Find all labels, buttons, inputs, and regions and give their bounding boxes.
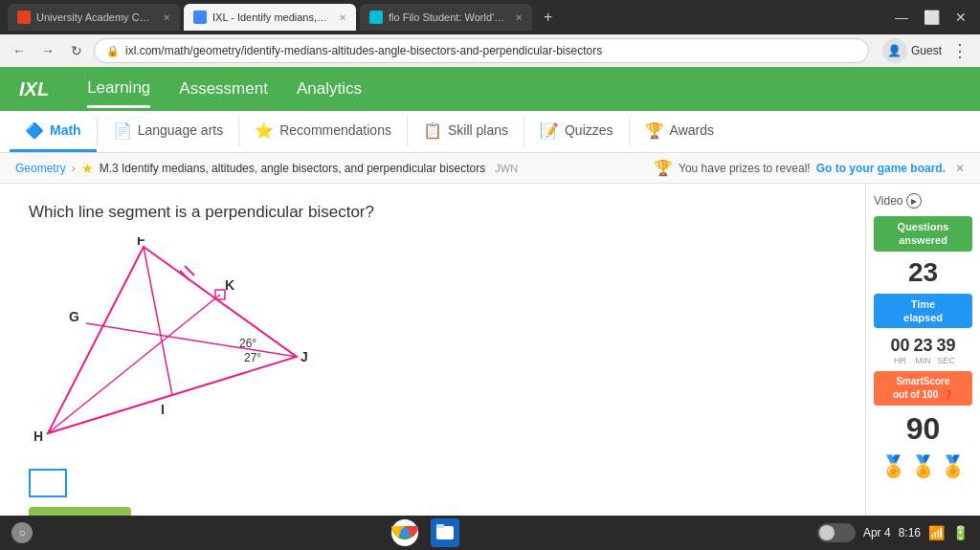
breadcrumb-geometry[interactable]: Geometry (15, 162, 66, 175)
hours-value: 00 (890, 336, 909, 356)
svg-rect-4 (436, 526, 454, 539)
tab-filo[interactable]: flo Filo Student: World's Only Live l...… (360, 4, 532, 31)
vertex-i-label: I (161, 402, 165, 417)
tab-close-ixl[interactable]: ✕ (339, 12, 346, 23)
math-icon: 🔷 (25, 121, 44, 140)
lock-icon: 🔒 (106, 45, 120, 57)
question-text: Which line segment is a perpendicular bi… (29, 203, 836, 222)
smart-score-number: 90 (906, 411, 941, 447)
question-area: Which line segment is a perpendicular bi… (0, 184, 865, 550)
account-icon[interactable]: 👤 (882, 38, 907, 63)
ixl-logo: IXL (19, 78, 49, 100)
language-arts-icon: 📄 (113, 121, 132, 140)
sec-label: SEC (937, 356, 956, 365)
smart-score-box: SmartScore out of 100 ❓ (874, 371, 972, 406)
line-f-center (144, 247, 172, 395)
forward-button[interactable]: → (36, 39, 59, 62)
skill-plans-icon: 📋 (423, 121, 442, 140)
files-app-icon[interactable] (431, 518, 459, 547)
tab-label-filo: flo Filo Student: World's Only Live l... (389, 11, 505, 23)
quizzes-icon: 📝 (540, 121, 559, 140)
tab-favicon-filo (369, 11, 383, 24)
subnav-awards-label: Awards (670, 122, 714, 138)
tab-favicon-ixl (193, 11, 207, 24)
answer-input-box[interactable] (29, 469, 67, 497)
battery-icon: 🔋 (952, 525, 969, 540)
questions-count: 23 (908, 257, 938, 288)
tab-university[interactable]: University Academy Charter Sch... ✕ (8, 4, 180, 31)
subnav-quizzes[interactable]: 📝 Quizzes (524, 112, 629, 152)
minutes-value: 23 (913, 336, 932, 356)
subnav-math-label: Math (50, 122, 81, 138)
toggle-switch[interactable] (817, 523, 856, 542)
subnav-skill-plans[interactable]: 📋 Skill plans (408, 112, 523, 152)
taskbar: ○ Apr 4 8:16 📶 🔋 (0, 516, 980, 550)
tab-close-university[interactable]: ✕ (163, 12, 170, 23)
svg-rect-5 (436, 524, 444, 528)
prizes-link[interactable]: Go to your game board. (816, 162, 946, 175)
taskbar-left: ○ (11, 522, 33, 543)
new-tab-button[interactable]: + (536, 9, 560, 26)
prizes-close-icon[interactable]: ✕ (955, 162, 965, 175)
outer-triangle (48, 247, 297, 433)
subnav-recommendations[interactable]: ⭐ Recommendations (239, 112, 407, 152)
subnav-language-arts-label: Language arts (138, 122, 224, 138)
nav-learning[interactable]: Learning (87, 71, 150, 108)
vertex-k-label: K (225, 277, 234, 293)
awards-icon: 🏆 (645, 121, 664, 140)
system-icon[interactable]: ○ (11, 522, 33, 543)
subnav-math[interactable]: 🔷 Math (10, 112, 97, 152)
smart-score-label: SmartScore out of 100 (893, 376, 950, 400)
geometry-svg: 26° 27° F G H I J K (29, 237, 354, 467)
subnav-awards[interactable]: 🏆 Awards (630, 112, 729, 152)
taskbar-date: Apr 4 (863, 526, 891, 539)
app-header: IXL Learning Assessment Analytics (0, 67, 980, 111)
video-play-icon: ▶ (906, 193, 922, 209)
time-display: 00 HR 23 MIN 39 SEC (890, 336, 955, 365)
maximize-button[interactable]: ⬜ (918, 10, 946, 25)
angle-label-26: 26° (239, 337, 256, 350)
chrome-app-icon[interactable] (390, 518, 419, 547)
questions-answered-box: Questions answered (874, 216, 972, 252)
minutes-unit: 23 MIN (913, 336, 932, 365)
vertex-g-label: G (69, 309, 79, 324)
toggle-knob (819, 525, 835, 540)
subnav-skill-plans-label: Skill plans (448, 122, 508, 138)
recommendations-icon: ⭐ (255, 121, 274, 140)
nav-analytics[interactable]: Analytics (297, 72, 362, 106)
reload-button[interactable]: ↻ (65, 39, 88, 62)
breadcrumb-code: JWN (495, 163, 518, 174)
breadcrumb-sep-1: › (72, 162, 76, 175)
trophy-icon: 🏆 (654, 159, 673, 177)
address-bar[interactable]: 🔒 ixl.com/math/geometry/identify-medians… (94, 38, 869, 63)
video-link[interactable]: Video ▶ (874, 193, 922, 209)
award-icon-red: 🏅 (910, 454, 936, 479)
line-g-j (86, 323, 297, 357)
hours-unit: 00 HR (890, 336, 909, 365)
subnav-language-arts[interactable]: 📄 Language arts (98, 112, 239, 152)
back-button[interactable]: ← (8, 39, 31, 62)
hr-label: HR (890, 356, 909, 365)
vertex-h-label: H (33, 429, 43, 444)
tab-ixl[interactable]: IXL - Identify medians, altitudes... ✕ (184, 4, 356, 31)
close-window-button[interactable]: ✕ (949, 10, 972, 25)
minimize-button[interactable]: — (889, 10, 914, 25)
sub-nav: 🔷 Math 📄 Language arts ⭐ Recommendations… (0, 111, 980, 153)
subnav-recommendations-label: Recommendations (279, 122, 391, 138)
taskbar-time: 8:16 (899, 526, 921, 539)
browser-controls: ← → ↻ 🔒 ixl.com/math/geometry/identify-m… (0, 34, 980, 67)
seconds-unit: 39 SEC (937, 336, 956, 365)
nav-assessment[interactable]: Assessment (179, 72, 268, 106)
tick-mark-2 (185, 266, 194, 275)
questions-answered-label: Questions answered (898, 221, 949, 246)
tab-close-filo[interactable]: ✕ (515, 12, 523, 23)
breadcrumb-left: Geometry › ★ M.3 Identify medians, altit… (15, 161, 518, 176)
breadcrumb-star-icon: ★ (81, 161, 94, 176)
browser-menu-icon[interactable]: ⋮ (947, 40, 972, 61)
seconds-value: 39 (937, 336, 956, 356)
breadcrumb-bar: Geometry › ★ M.3 Identify medians, altit… (0, 153, 980, 184)
min-label: MIN (913, 356, 932, 365)
svg-point-2 (400, 528, 410, 538)
time-elapsed-label: Time elapsed (903, 298, 943, 323)
prizes-message: You have prizes to reveal! (679, 162, 811, 175)
